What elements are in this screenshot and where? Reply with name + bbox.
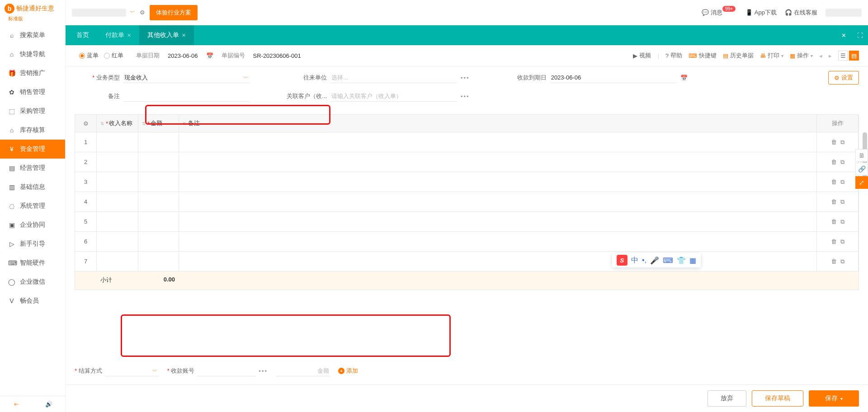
cell-remark[interactable] xyxy=(179,172,817,192)
more-icon[interactable]: ••• xyxy=(461,93,470,100)
discard-button[interactable]: 放弃 xyxy=(708,390,746,407)
tab-1[interactable]: 付款单✕ xyxy=(97,25,139,45)
cell-remark[interactable] xyxy=(179,192,817,211)
cell-amount[interactable] xyxy=(138,232,179,251)
table-row[interactable]: 1🗑⧉ xyxy=(75,132,859,152)
cell-remark[interactable] xyxy=(179,232,817,251)
cell-name[interactable] xyxy=(97,132,138,152)
sidebar-item-12[interactable]: ⌨智能硬件 xyxy=(0,253,65,272)
ime-lang[interactable]: 中 xyxy=(631,256,638,265)
party-input[interactable] xyxy=(330,72,457,83)
doc-date-value[interactable]: 2023-06-06 xyxy=(168,52,198,59)
ime-skin-icon[interactable]: 👕 xyxy=(677,256,686,265)
ime-toolbar[interactable]: S 中 •, 🎤 ⌨ 👕 ▦ xyxy=(612,253,701,267)
service-link[interactable]: 🎧 在线客服 xyxy=(785,9,817,17)
sidebar-item-6[interactable]: ¥资金管理 xyxy=(0,140,65,159)
settings-button[interactable]: ⚙ 设置 xyxy=(828,71,859,84)
sidebar-item-9[interactable]: ◌系统管理 xyxy=(0,197,65,215)
remark-input[interactable] xyxy=(123,91,250,102)
expand-icon[interactable]: ⤢ xyxy=(855,176,868,189)
biztype-input[interactable] xyxy=(123,72,250,83)
delete-icon[interactable]: 🗑 xyxy=(831,198,837,205)
delete-icon[interactable]: 🗑 xyxy=(831,238,837,245)
tab-close-all-icon[interactable]: ✕ xyxy=(835,25,852,45)
cell-name[interactable] xyxy=(97,192,138,211)
copy-icon[interactable]: ⧉ xyxy=(840,139,844,146)
sidebar-item-8[interactable]: ▥基础信息 xyxy=(0,178,65,197)
cell-name[interactable] xyxy=(97,212,138,231)
col-name[interactable]: ⇅*收入名称 xyxy=(97,115,138,132)
chevron-down-icon[interactable]: ﹀ xyxy=(152,368,157,375)
avatar[interactable] xyxy=(826,9,862,17)
sidebar-item-3[interactable]: ✿销售管理 xyxy=(0,83,65,102)
relcust-input[interactable] xyxy=(330,91,457,102)
sidebar-item-13[interactable]: ◯企业微信 xyxy=(0,272,65,291)
sidebar-collapse-icon[interactable]: ⇤ xyxy=(0,396,33,412)
ops-link[interactable]: ▦操作▾ xyxy=(790,52,813,60)
sidebar-item-7[interactable]: ▤经营管理 xyxy=(0,159,65,178)
print-link[interactable]: 🖶打印▾ xyxy=(760,52,783,60)
copy-icon[interactable]: ⧉ xyxy=(840,258,844,265)
settle-method-input[interactable] xyxy=(105,365,159,376)
sidebar-item-10[interactable]: ▣企业协同 xyxy=(0,215,65,234)
trial-button[interactable]: 体验行业方案 xyxy=(150,5,198,20)
gear-icon[interactable]: ⚙ xyxy=(140,9,145,16)
sidebar-item-4[interactable]: ⬚采购管理 xyxy=(0,102,65,121)
table-row[interactable]: 7🗑⧉ xyxy=(75,252,859,272)
more-icon[interactable]: ••• xyxy=(259,368,268,375)
account-select[interactable]: ﹀ xyxy=(72,9,135,17)
next-icon[interactable]: ▸ xyxy=(829,52,832,59)
tab-expand-icon[interactable]: ⛶ xyxy=(852,25,868,45)
cell-remark[interactable] xyxy=(179,212,817,231)
help-link[interactable]: ?帮助 xyxy=(665,52,682,60)
sidebar-item-2[interactable]: 🎁营销推广 xyxy=(0,64,65,83)
tab-2[interactable]: 其他收入单✕ xyxy=(139,25,194,45)
delete-icon[interactable]: 🗑 xyxy=(831,178,837,185)
cell-name[interactable] xyxy=(97,152,138,172)
gear-icon[interactable]: ⚙ xyxy=(75,115,97,132)
view-list-icon[interactable]: ☰ xyxy=(838,51,848,61)
radio-blue[interactable]: 蓝单 xyxy=(79,52,99,60)
sidebar-item-1[interactable]: ⌂快捷导航 xyxy=(0,45,65,64)
col-amount[interactable]: ⇅*金额 xyxy=(138,115,179,132)
copy-icon[interactable]: ⧉ xyxy=(840,178,844,186)
cell-remark[interactable] xyxy=(179,252,817,271)
ime-punct-icon[interactable]: •, xyxy=(642,256,646,264)
calendar-icon[interactable]: 📅 xyxy=(680,75,688,81)
table-row[interactable]: 2🗑⧉ xyxy=(75,152,859,172)
messages-link[interactable]: 💬 消息 99+ xyxy=(702,9,737,17)
video-link[interactable]: ▶视频 xyxy=(633,52,651,60)
settle-acct-input[interactable] xyxy=(197,365,256,376)
save-button[interactable]: 保存 ▾ xyxy=(809,390,859,407)
delete-icon[interactable]: 🗑 xyxy=(831,159,837,165)
table-row[interactable]: 5🗑⧉ xyxy=(75,212,859,232)
app-download-link[interactable]: 📱 App下载 xyxy=(745,9,777,17)
shortcut-link[interactable]: ⌨快捷键 xyxy=(689,52,717,60)
sidebar-item-0[interactable]: ⌕搜索菜单 xyxy=(0,26,65,45)
save-draft-button[interactable]: 保存草稿 xyxy=(752,390,803,407)
cell-amount[interactable] xyxy=(138,132,179,152)
cell-remark[interactable] xyxy=(179,132,817,152)
prev-icon[interactable]: ◂ xyxy=(819,52,822,59)
close-icon[interactable]: ✕ xyxy=(127,33,131,38)
cell-amount[interactable] xyxy=(138,252,179,271)
chevron-down-icon[interactable]: ﹀ xyxy=(243,75,248,81)
history-link[interactable]: ▤历史单据 xyxy=(723,52,754,60)
close-icon[interactable]: ✕ xyxy=(182,33,186,38)
cell-remark[interactable] xyxy=(179,152,817,172)
table-row[interactable]: 6🗑⧉ xyxy=(75,232,859,252)
more-icon[interactable]: ••• xyxy=(461,75,470,81)
ime-mic-icon[interactable]: 🎤 xyxy=(650,256,659,265)
cell-name[interactable] xyxy=(97,232,138,251)
ime-keyboard-icon[interactable]: ⌨ xyxy=(663,256,673,265)
sidebar-item-5[interactable]: ⌂库存核算 xyxy=(0,121,65,140)
col-remark[interactable]: ⇅备注 xyxy=(179,115,817,132)
ime-toolbox-icon[interactable]: ▦ xyxy=(689,256,696,265)
copy-icon[interactable]: ⧉ xyxy=(840,218,844,225)
view-form-icon[interactable]: ▤ xyxy=(849,51,859,61)
table-row[interactable]: 3🗑⧉ xyxy=(75,172,859,192)
sidebar-sound-icon[interactable]: 🔊 xyxy=(33,396,65,412)
delete-icon[interactable]: 🗑 xyxy=(831,258,837,265)
cell-amount[interactable] xyxy=(138,172,179,192)
link-icon[interactable]: 🔗 xyxy=(855,163,868,175)
